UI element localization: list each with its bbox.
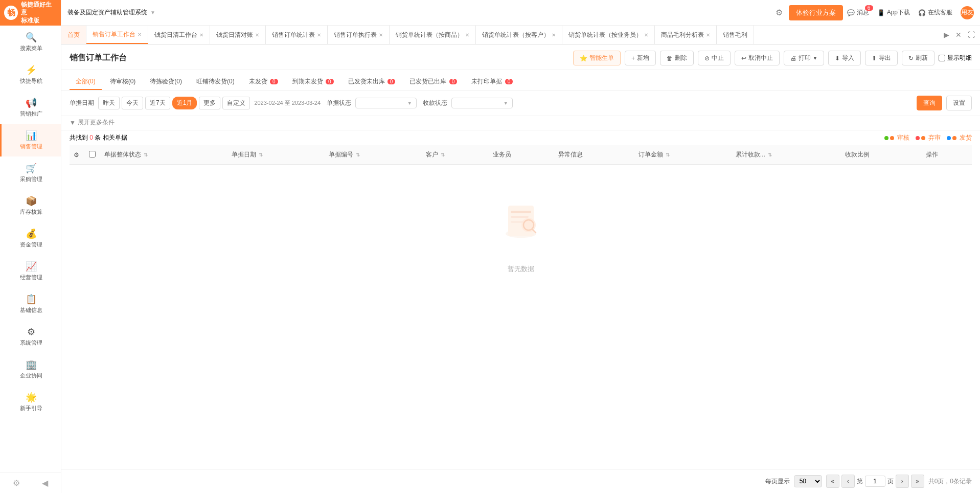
sort-icon[interactable]: ⇅	[666, 152, 670, 158]
query-btn[interactable]: 查询	[917, 96, 942, 110]
withdraw-btn[interactable]: 弃审	[916, 133, 941, 142]
delete-btn[interactable]: 🗑 删除	[660, 51, 694, 65]
collapse-icon[interactable]: ◀	[42, 478, 48, 488]
topbar-settings-icon[interactable]: ⚙	[776, 8, 783, 17]
audit-btn[interactable]: 审核	[884, 133, 909, 142]
per-page-select[interactable]: 50 100 200	[794, 475, 822, 487]
date-btn-today[interactable]: 今天	[122, 97, 143, 109]
page-number-input[interactable]	[865, 476, 885, 487]
sidebar-item-operations[interactable]: 📈 经营管理	[0, 255, 61, 287]
sort-icon[interactable]: ⇅	[259, 152, 263, 158]
subtab-all[interactable]: 全部(0)	[70, 74, 102, 90]
app-download-btn[interactable]: 📱 App下载	[877, 8, 910, 17]
tab-sales-staff-stats[interactable]: 销货单统计表（按业务员） ✕	[562, 26, 655, 44]
cancel-stop-btn[interactable]: ↩ 取消中止	[735, 51, 780, 65]
title-dropdown-arrow[interactable]: ▼	[150, 10, 155, 15]
sidebar-item-inventory[interactable]: 📦 库存核算	[0, 189, 61, 222]
tab-label: 销售毛利	[723, 31, 747, 39]
export-btn[interactable]: ⬆ 导出	[865, 51, 898, 65]
subtab-shipped-stocked[interactable]: 已发货已出库 0	[403, 74, 463, 90]
smart-generate-btn[interactable]: ⭐ 智能生单	[573, 51, 621, 65]
sidebar-item-sales[interactable]: 📊 销售管理	[0, 124, 61, 156]
online-service-btn[interactable]: 🎧 在线客服	[918, 8, 952, 17]
tab-cash-daily[interactable]: 钱货日清工作台 ✕	[148, 26, 210, 44]
date-btn-yesterday[interactable]: 昨天	[98, 97, 120, 109]
refresh-btn[interactable]: ↻ 刷新	[902, 51, 935, 65]
tab-sales-stats[interactable]: 销售订单统计表 ✕	[266, 26, 328, 44]
payment-status-select[interactable]: ▼	[451, 98, 513, 108]
industry-btn[interactable]: 体验行业方案	[789, 5, 843, 20]
close-icon[interactable]: ✕	[644, 32, 648, 38]
tab-fullscreen-icon[interactable]: ⛶	[966, 30, 977, 40]
print-dropdown-icon[interactable]: ▼	[813, 56, 817, 61]
sidebar-item-guide[interactable]: 🌟 新手引导	[0, 386, 61, 418]
subtabs: 全部(0) 待审核(0) 待拣验货(0) 旺铺待发货(0) 未发货 0 到期未发…	[61, 70, 980, 91]
sidebar-item-enterprise[interactable]: 🏢 企业协同	[0, 353, 61, 386]
tab-close-all-icon[interactable]: ✕	[953, 30, 964, 40]
show-detail-label[interactable]: 显示明细	[939, 54, 972, 62]
close-icon[interactable]: ✕	[706, 32, 710, 38]
sidebar-item-purchase[interactable]: 🛒 采购管理	[0, 156, 61, 189]
sidebar-item-finance[interactable]: 💰 资金管理	[0, 222, 61, 255]
clipboard-icon: 📋	[26, 294, 37, 305]
sidebar-item-marketing[interactable]: 📢 营销推广	[0, 91, 61, 124]
sidebar-item-basic-info[interactable]: 📋 基础信息	[0, 287, 61, 320]
close-icon[interactable]: ✕	[317, 32, 321, 38]
sidebar-item-quick-nav[interactable]: ⚡ 快捷导航	[0, 58, 61, 91]
sort-icon[interactable]: ⇅	[441, 152, 445, 158]
expand-filter-btn[interactable]: ▼ 展开更多条件	[70, 118, 972, 127]
th-checkbox[interactable]	[85, 145, 100, 165]
messages-btn[interactable]: 💬 消息 6	[847, 8, 869, 17]
tab-sales-workbench[interactable]: 销售订单工作台 ✕	[86, 26, 148, 44]
tab-sales-customer-stats[interactable]: 销货单统计表（按客户） ✕	[476, 26, 562, 44]
ship-btn[interactable]: 发货	[947, 133, 972, 142]
sort-icon[interactable]: ⇅	[144, 152, 148, 158]
tab-sales-product-stats[interactable]: 销货单统计表（按商品） ✕	[390, 26, 476, 44]
tab-product-margin[interactable]: 商品毛利分析表 ✕	[655, 26, 717, 44]
date-btn-7days[interactable]: 近7天	[145, 97, 170, 109]
subtab-wangpu-pending[interactable]: 旺铺待发货(0)	[190, 74, 241, 90]
sort-icon[interactable]: ⇅	[768, 152, 772, 158]
tab-nav-right-icon[interactable]: ▶	[942, 30, 951, 40]
last-page-btn[interactable]: »	[911, 475, 924, 488]
settings-btn[interactable]: 设置	[946, 96, 972, 110]
import-btn[interactable]: ⬇ 导入	[828, 51, 861, 65]
close-icon[interactable]: ✕	[465, 32, 469, 38]
sidebar-item-system[interactable]: ⚙ 系统管理	[0, 320, 61, 353]
sidebar-item-search[interactable]: 🔍 搜索菜单	[0, 26, 61, 58]
close-icon[interactable]: ✕	[552, 32, 556, 38]
close-icon[interactable]: ✕	[199, 32, 203, 38]
tab-home[interactable]: 首页	[61, 26, 86, 44]
close-icon[interactable]: ✕	[138, 32, 142, 37]
close-icon[interactable]: ✕	[379, 32, 383, 38]
tab-cash-reconcile[interactable]: 钱货日清对账 ✕	[210, 26, 266, 44]
th-settings[interactable]: ⚙	[70, 145, 85, 165]
subtab-not-shipped[interactable]: 未发货 0	[243, 74, 284, 90]
show-detail-checkbox[interactable]	[939, 55, 945, 61]
prev-page-btn[interactable]: ‹	[841, 475, 855, 488]
star-icon: 🌟	[26, 392, 37, 403]
subtab-shipped-not-stocked[interactable]: 已发货未出库 0	[342, 74, 402, 90]
user-btn[interactable]: 用友	[961, 6, 974, 19]
sort-icon[interactable]: ⇅	[356, 152, 360, 158]
subtab-pending-inspection[interactable]: 待拣验货(0)	[144, 74, 188, 90]
settings-footer-icon[interactable]: ⚙	[13, 478, 20, 488]
tab-sales-exec[interactable]: 销售订单执行表 ✕	[328, 26, 390, 44]
subtab-pending-review[interactable]: 待审核(0)	[104, 74, 142, 90]
subtab-overdue-not-shipped[interactable]: 到期未发货 0	[286, 74, 340, 90]
results-actions: 审核 弃审 发货	[884, 133, 972, 142]
next-page-btn[interactable]: ›	[896, 475, 909, 488]
date-btn-custom[interactable]: 自定义	[222, 97, 250, 109]
print-btn[interactable]: 🖨 打印 ▼	[784, 51, 824, 65]
select-all-checkbox[interactable]	[89, 151, 96, 158]
doc-status-select[interactable]: ▼	[355, 98, 417, 108]
sidebar-item-label: 资金管理	[20, 241, 42, 249]
close-icon[interactable]: ✕	[255, 32, 259, 38]
add-btn[interactable]: + 新增	[625, 51, 656, 65]
date-btn-more[interactable]: 更多	[199, 97, 220, 109]
subtab-not-printed[interactable]: 未打印单据 0	[465, 74, 519, 90]
first-page-btn[interactable]: «	[826, 475, 839, 488]
date-btn-1month[interactable]: 近1月	[172, 97, 197, 109]
tab-sales-more[interactable]: 销售毛利	[717, 26, 754, 44]
stop-btn[interactable]: ⊘ 中止	[698, 51, 731, 65]
